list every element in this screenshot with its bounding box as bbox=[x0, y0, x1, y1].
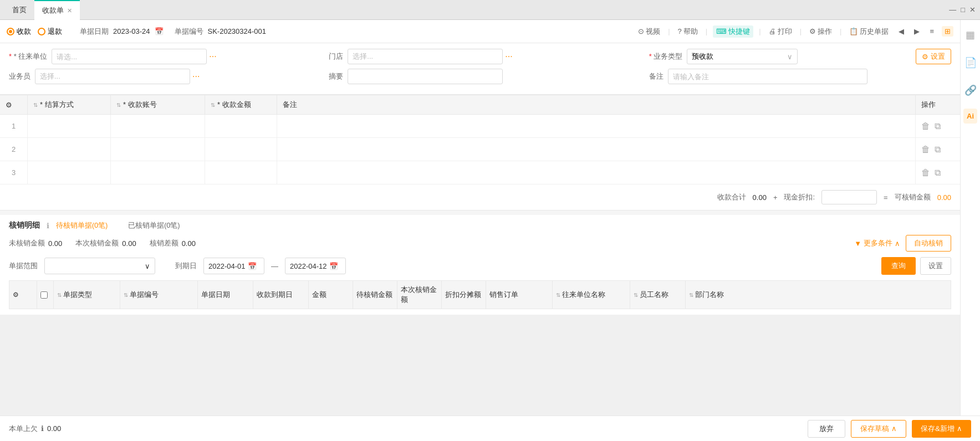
save-new-button[interactable]: 保存&新增 ∧ bbox=[912, 420, 971, 438]
sidebar-table-icon[interactable]: ▦ bbox=[962, 25, 978, 44]
unchecked-stat: 未核销金额 0.00 bbox=[9, 238, 62, 248]
row-1-settlement[interactable] bbox=[28, 115, 111, 137]
row-2-delete-icon[interactable]: 🗑 bbox=[921, 145, 930, 155]
radio-receipt[interactable]: 收款 bbox=[7, 27, 31, 37]
sidebar-ai-icon[interactable]: Ai bbox=[963, 109, 977, 124]
save-draft-button[interactable]: 保存草稿 ∧ bbox=[851, 420, 906, 438]
history-btn[interactable]: 📋 历史单据 bbox=[847, 25, 891, 38]
verification-section: 核销明细 ℹ 待核销单据(0笔) 已核销单据(0笔) 未核销金额 0.00 本次… bbox=[0, 215, 960, 315]
store-more-icon[interactable]: ··· bbox=[505, 52, 512, 61]
filter-settings-button[interactable]: 设置 bbox=[920, 257, 951, 275]
video-btn[interactable]: ⊙ 视频 bbox=[636, 25, 662, 38]
sort-dept-icon[interactable]: ⇅ bbox=[689, 292, 693, 298]
row-3-amount[interactable] bbox=[205, 161, 277, 184]
chevron-up-icon: ∧ bbox=[895, 239, 900, 248]
row-2-note[interactable] bbox=[277, 138, 916, 161]
row-2-amount[interactable] bbox=[205, 138, 277, 161]
sidebar-doc-icon[interactable]: 📄 bbox=[961, 53, 980, 72]
row-1-amount[interactable] bbox=[205, 115, 277, 137]
completed-tab-link[interactable]: 已核销单据(0笔) bbox=[128, 221, 180, 230]
radio-receipt-dot bbox=[7, 28, 14, 35]
row-1-copy-icon[interactable]: ⧉ bbox=[935, 121, 941, 131]
doc-date-label: 单据日期 bbox=[80, 27, 109, 37]
select-all-checkbox[interactable] bbox=[40, 291, 48, 299]
sort-doc-type-icon[interactable]: ⇅ bbox=[57, 292, 62, 298]
shortcut-btn[interactable]: ⌨ 快捷键 bbox=[713, 25, 753, 38]
pending-tab-link[interactable]: 待核销单据(0笔) bbox=[56, 221, 108, 230]
store-field: 门店 选择... ··· bbox=[329, 49, 631, 64]
row-1-num: 1 bbox=[0, 115, 28, 137]
row-3-settlement[interactable] bbox=[28, 161, 111, 184]
discount-input[interactable] bbox=[821, 190, 877, 204]
query-button[interactable]: 查询 bbox=[881, 257, 916, 275]
counterpart-input[interactable] bbox=[52, 49, 207, 64]
more-conditions-btn[interactable]: ▼ 更多条件 ∧ bbox=[854, 238, 900, 248]
auto-verify-button[interactable]: 自动核销 bbox=[906, 235, 951, 252]
counterpart-more-icon[interactable]: ··· bbox=[209, 52, 216, 61]
staff-more-icon[interactable]: ··· bbox=[192, 71, 200, 81]
summary-input[interactable] bbox=[348, 69, 503, 84]
row-1-note[interactable] bbox=[277, 115, 916, 137]
sort-counterpart-icon[interactable]: ⇅ bbox=[556, 292, 560, 298]
table-row: 1 🗑 ⧉ bbox=[0, 115, 960, 138]
nav-prev-btn[interactable]: ◀ bbox=[896, 26, 906, 37]
draft-chevron-icon: ∧ bbox=[891, 424, 897, 433]
th-settings[interactable]: ⚙ bbox=[0, 95, 28, 114]
form-area: * * 往来单位 ··· 门店 选择... ··· * 业务类型 bbox=[0, 43, 960, 95]
bth-settings[interactable]: ⚙ bbox=[9, 281, 37, 309]
nav-next-btn[interactable]: ▶ bbox=[912, 26, 922, 37]
store-select[interactable]: 选择... bbox=[348, 49, 503, 64]
settings-gear-icon: ⚙ bbox=[922, 53, 928, 61]
doc-range-select[interactable]: ∨ bbox=[44, 258, 155, 274]
sidebar-link-icon[interactable]: 🔗 bbox=[961, 81, 980, 100]
row-2-settlement[interactable] bbox=[28, 138, 111, 161]
due-date-end-input[interactable]: 2022-04-12 📅 bbox=[285, 258, 346, 274]
doc-info: 单据日期 2023-03-24 📅 单据编号 SK-20230324-001 bbox=[80, 27, 266, 37]
sort-staff-icon[interactable]: ⇅ bbox=[634, 292, 638, 298]
grid-view-icon[interactable]: ⊞ bbox=[942, 26, 953, 37]
list-view-icon[interactable]: ≡ bbox=[927, 26, 936, 37]
row-2-copy-icon[interactable]: ⧉ bbox=[935, 145, 941, 155]
prev-info-icon[interactable]: ℹ bbox=[41, 424, 44, 433]
info-icon[interactable]: ℹ bbox=[47, 222, 49, 230]
bth-checkbox[interactable] bbox=[37, 281, 54, 309]
row-3-delete-icon[interactable]: 🗑 bbox=[921, 168, 930, 178]
tab-receipt[interactable]: 收款单 ✕ bbox=[34, 0, 80, 20]
row-3-account[interactable] bbox=[111, 161, 205, 184]
business-type-select[interactable]: 预收款 ∨ bbox=[687, 49, 798, 64]
row-3-note[interactable] bbox=[277, 161, 916, 184]
sort-icon-settlement[interactable]: ⇅ bbox=[33, 102, 38, 108]
table-container: ⚙ ⇅ * 结算方式 ⇅ * 收款账号 ⇅ * 收款金额 备注 操作 1 bbox=[0, 95, 960, 184]
maximize-icon[interactable]: □ bbox=[961, 6, 965, 14]
bth-doc-number: ⇅ 单据编号 bbox=[120, 281, 198, 309]
row-1-delete-icon[interactable]: 🗑 bbox=[921, 121, 930, 131]
sort-doc-number-icon[interactable]: ⇅ bbox=[124, 292, 128, 298]
row-1-account[interactable] bbox=[111, 115, 205, 137]
th-settlement: ⇅ * 结算方式 bbox=[28, 95, 111, 114]
operate-btn[interactable]: ⚙ 操作 bbox=[807, 25, 834, 38]
due-date-start-input[interactable]: 2022-04-01 📅 bbox=[203, 258, 264, 274]
bth-current-amount: 本次核销金额 bbox=[397, 281, 442, 309]
calendar-icon[interactable]: 📅 bbox=[155, 27, 164, 35]
tab-home[interactable]: 首页 bbox=[4, 0, 34, 20]
help-btn[interactable]: ? 帮助 bbox=[676, 25, 700, 38]
calendar-start-icon[interactable]: 📅 bbox=[248, 262, 257, 270]
minimize-icon[interactable]: — bbox=[949, 6, 956, 14]
row-3-copy-icon[interactable]: ⧉ bbox=[935, 168, 941, 178]
calendar-end-icon[interactable]: 📅 bbox=[329, 262, 338, 270]
radio-refund[interactable]: 退款 bbox=[38, 27, 62, 37]
close-window-icon[interactable]: ✕ bbox=[969, 6, 976, 14]
unchecked-label: 未核销金额 bbox=[9, 238, 45, 248]
print-btn[interactable]: 🖨 打印 bbox=[767, 25, 794, 38]
table-settings-icon[interactable]: ⚙ bbox=[6, 101, 12, 109]
discard-button[interactable]: 放弃 bbox=[808, 420, 845, 438]
note-input[interactable] bbox=[668, 69, 867, 84]
tab-close-icon[interactable]: ✕ bbox=[67, 1, 72, 20]
available-value: 0.00 bbox=[937, 193, 951, 202]
staff-select[interactable]: 选择... bbox=[35, 69, 190, 84]
sort-icon-account[interactable]: ⇅ bbox=[116, 102, 121, 108]
sort-icon-amount[interactable]: ⇅ bbox=[211, 102, 215, 108]
date-separator: — bbox=[271, 262, 278, 270]
settings-button[interactable]: ⚙ 设置 bbox=[916, 49, 951, 64]
row-2-account[interactable] bbox=[111, 138, 205, 161]
